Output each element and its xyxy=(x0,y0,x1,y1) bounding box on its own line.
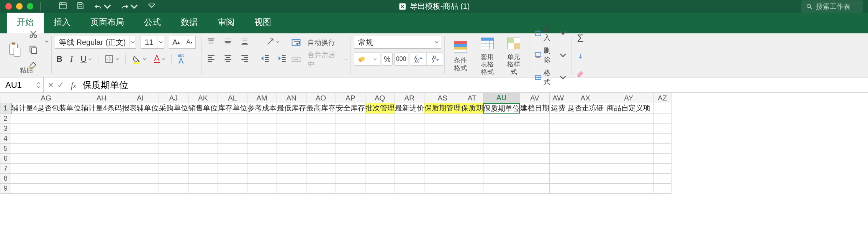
cell-AW5[interactable] xyxy=(549,143,567,153)
name-box[interactable]: AU1 xyxy=(0,77,44,92)
format-cells-button[interactable]: 格式 xyxy=(532,67,568,87)
cell-AR1[interactable]: 最新进价 xyxy=(395,103,424,114)
bold-button[interactable]: B xyxy=(55,53,64,65)
row-header-7[interactable]: 7 xyxy=(0,163,11,173)
cell-AS4[interactable] xyxy=(424,133,461,143)
cell-AM9[interactable] xyxy=(247,183,277,193)
cell-AT6[interactable] xyxy=(461,153,483,163)
cell-AW1[interactable]: 运费 xyxy=(549,103,567,114)
cell-AG9[interactable] xyxy=(11,183,81,193)
cell-AK9[interactable] xyxy=(188,183,218,193)
cell-AI5[interactable] xyxy=(122,143,159,153)
redo-icon[interactable] xyxy=(120,2,139,11)
cell-AU5[interactable] xyxy=(483,143,520,153)
cell-AR2[interactable] xyxy=(395,114,424,123)
fill-color-button[interactable] xyxy=(130,53,148,65)
row-header-3[interactable]: 3 xyxy=(0,123,11,133)
cell-AK6[interactable] xyxy=(188,153,218,163)
cell-AL5[interactable] xyxy=(218,143,247,153)
font-color-button[interactable]: A xyxy=(152,54,167,65)
cell-AI8[interactable] xyxy=(122,173,159,183)
cell-AU4[interactable] xyxy=(483,133,520,143)
cell-AH7[interactable] xyxy=(81,163,122,173)
cell-AH6[interactable] xyxy=(81,153,122,163)
col-header-AP[interactable]: AP xyxy=(336,93,365,103)
col-header-AI[interactable]: AI xyxy=(122,93,159,103)
cell-AX3[interactable] xyxy=(567,123,604,133)
cell-AX2[interactable] xyxy=(567,114,604,123)
row-header-1[interactable]: 1 xyxy=(0,103,11,114)
col-header-AN[interactable]: AN xyxy=(277,93,306,103)
cell-AQ7[interactable] xyxy=(365,163,395,173)
tab-6[interactable]: 视图 xyxy=(244,12,281,33)
underline-button[interactable]: U xyxy=(79,53,93,65)
cell-AI2[interactable] xyxy=(122,114,159,123)
cell-AV5[interactable] xyxy=(520,143,549,153)
delete-cells-button[interactable]: 删除 xyxy=(532,45,568,65)
cell-AZ6[interactable] xyxy=(653,153,671,163)
cell-AZ8[interactable] xyxy=(653,173,671,183)
cell-AK1[interactable]: 销售单位 xyxy=(188,103,218,114)
cell-AH8[interactable] xyxy=(81,173,122,183)
decrease-decimal-button[interactable]: .00.0 xyxy=(426,53,443,65)
cell-AX4[interactable] xyxy=(567,133,604,143)
cell-AG8[interactable] xyxy=(11,173,81,183)
cell-AV8[interactable] xyxy=(520,173,549,183)
accounting-format-button[interactable] xyxy=(354,53,370,65)
col-header-AR[interactable]: AR xyxy=(395,93,424,103)
cell-AT9[interactable] xyxy=(461,183,483,193)
namebox-up[interactable] xyxy=(36,82,41,85)
cell-AY7[interactable] xyxy=(604,163,653,173)
cell-AY9[interactable] xyxy=(604,183,653,193)
cell-AH5[interactable] xyxy=(81,143,122,153)
col-header-AV[interactable]: AV xyxy=(520,93,549,103)
conditional-format-button[interactable]: 条件格式 xyxy=(448,37,473,73)
row-header-9[interactable]: 9 xyxy=(0,183,11,193)
cell-AH3[interactable] xyxy=(81,123,122,133)
cell-AM4[interactable] xyxy=(247,133,277,143)
cell-AT4[interactable] xyxy=(461,133,483,143)
cell-AS9[interactable] xyxy=(424,183,461,193)
cell-AR7[interactable] xyxy=(395,163,424,173)
col-header-AQ[interactable]: AQ xyxy=(365,93,395,103)
cell-AT8[interactable] xyxy=(461,173,483,183)
col-header-AL[interactable]: AL xyxy=(218,93,247,103)
cell-AT2[interactable] xyxy=(461,114,483,123)
cell-AH1[interactable]: 辅计量4条码 xyxy=(81,103,122,114)
cell-AG2[interactable] xyxy=(11,114,81,123)
cell-AJ5[interactable] xyxy=(159,143,188,153)
fx-icon[interactable]: fx xyxy=(68,80,79,90)
cell-AY5[interactable] xyxy=(604,143,653,153)
cell-AV6[interactable] xyxy=(520,153,549,163)
cell-AN3[interactable] xyxy=(277,123,306,133)
cell-AO8[interactable] xyxy=(306,173,336,183)
cell-AZ3[interactable] xyxy=(653,123,671,133)
col-header-AO[interactable]: AO xyxy=(306,93,336,103)
row-header-6[interactable]: 6 xyxy=(0,153,11,163)
namebox-down[interactable] xyxy=(36,86,41,89)
cell-AJ2[interactable] xyxy=(159,114,188,123)
cell-AK5[interactable] xyxy=(188,143,218,153)
cell-AO4[interactable] xyxy=(306,133,336,143)
cell-AG6[interactable] xyxy=(11,153,81,163)
cell-AM3[interactable] xyxy=(247,123,277,133)
copy-button[interactable] xyxy=(27,43,40,56)
cell-AZ9[interactable] xyxy=(653,183,671,193)
cell-AV3[interactable] xyxy=(520,123,549,133)
cancel-formula-button[interactable]: ✕ xyxy=(47,81,54,90)
qat-customize-icon[interactable] xyxy=(147,1,156,12)
cell-AU1[interactable]: 保质期单位 xyxy=(483,103,520,114)
cell-AW7[interactable] xyxy=(549,163,567,173)
clear-button[interactable] xyxy=(575,67,586,79)
cell-AZ4[interactable] xyxy=(653,133,671,143)
col-header-AK[interactable]: AK xyxy=(188,93,218,103)
cell-AG3[interactable] xyxy=(11,123,81,133)
row-header-2[interactable]: 2 xyxy=(0,114,11,123)
cell-AZ2[interactable] xyxy=(653,114,671,123)
cell-AS2[interactable] xyxy=(424,114,461,123)
formula-input[interactable] xyxy=(79,80,868,91)
paste-dropdown[interactable] xyxy=(43,38,51,45)
cell-AQ9[interactable] xyxy=(365,183,395,193)
cell-AI6[interactable] xyxy=(122,153,159,163)
cell-AW6[interactable] xyxy=(549,153,567,163)
